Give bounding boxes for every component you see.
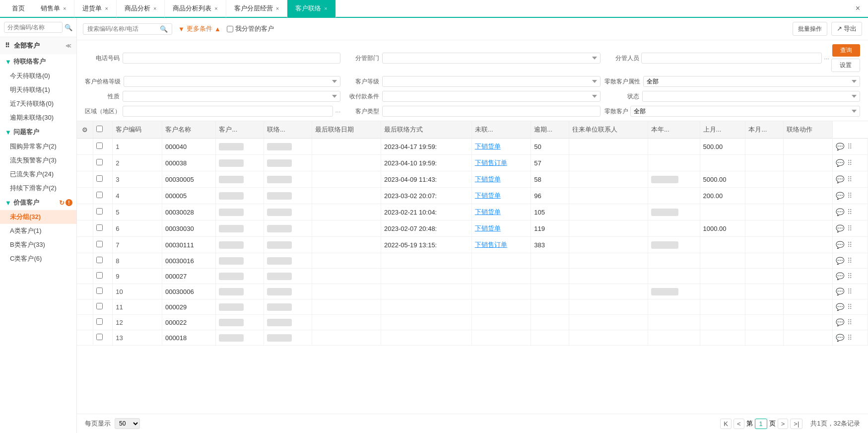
tab-sales-order-close[interactable]: × xyxy=(63,5,66,11)
sidebar-group-value[interactable]: ▼ 价值客户 ↻ ! xyxy=(0,195,76,210)
filter-my-customers-checkbox[interactable] xyxy=(227,26,233,32)
tab-customer-contact[interactable]: 客户联络 × xyxy=(287,0,335,17)
filter-my-customers[interactable]: 我分管的客户 xyxy=(227,24,274,33)
tab-customer-segment[interactable]: 客户分层经营 × xyxy=(226,0,287,17)
row-checkbox[interactable] xyxy=(96,272,103,279)
action-more-icon[interactable]: ⠿ xyxy=(847,241,852,249)
filter-dept-select[interactable] xyxy=(382,53,600,64)
row-checkbox[interactable] xyxy=(96,241,103,247)
tab-customer-segment-close[interactable]: × xyxy=(276,5,279,11)
row-checkbox[interactable] xyxy=(96,143,103,149)
row-checkbox[interactable] xyxy=(96,159,103,165)
batch-operations-button[interactable]: 批量操作 xyxy=(793,22,827,36)
tab-purchase-order-close[interactable]: × xyxy=(105,5,108,11)
sidebar-all-customers[interactable]: ⠿ 全部客户 ≪ xyxy=(0,37,76,54)
action-contact-icon[interactable]: 💬 xyxy=(836,208,844,216)
filter-manager-dots[interactable]: ··· xyxy=(824,55,829,62)
tab-bar-close[interactable]: × xyxy=(856,4,864,13)
filter-customer-level-select[interactable] xyxy=(382,76,600,87)
filter-manager-input[interactable] xyxy=(641,53,822,64)
action-more-icon[interactable]: ⠿ xyxy=(847,288,852,295)
filter-nature-select[interactable] xyxy=(123,91,340,102)
select-all-checkbox[interactable] xyxy=(96,126,103,132)
last-method-link[interactable]: 下销货单 xyxy=(475,175,501,183)
sidebar-item-churned[interactable]: 已流失客户(24) xyxy=(0,167,76,181)
row-checkbox[interactable] xyxy=(96,288,103,294)
pagination-next-btn[interactable]: > xyxy=(778,419,789,429)
sidebar-search-icon[interactable]: 🔍 xyxy=(65,24,72,31)
action-more-icon[interactable]: ⠿ xyxy=(847,159,852,167)
action-contact-icon[interactable]: 💬 xyxy=(836,303,844,311)
row-checkbox[interactable] xyxy=(96,318,103,325)
row-checkbox[interactable] xyxy=(96,192,103,198)
pagination-per-page-select[interactable]: 50 100 200 xyxy=(115,418,140,429)
sidebar-refresh-icon[interactable]: ↻ xyxy=(59,199,65,207)
filter-region-dots[interactable]: ··· xyxy=(335,108,340,115)
row-checkbox[interactable] xyxy=(96,334,103,340)
action-contact-icon[interactable]: 💬 xyxy=(836,192,844,200)
row-checkbox[interactable] xyxy=(96,175,103,182)
last-method-link[interactable]: 下销售订单 xyxy=(475,159,507,166)
action-contact-icon[interactable]: 💬 xyxy=(836,175,844,183)
action-contact-icon[interactable]: 💬 xyxy=(836,159,844,167)
row-checkbox[interactable] xyxy=(96,208,103,215)
pagination-last-btn[interactable]: >| xyxy=(790,419,802,429)
filter-more-conditions[interactable]: ▼ 更多条件 ▲ xyxy=(178,24,221,33)
filter-search-input[interactable] xyxy=(87,25,157,32)
action-more-icon[interactable]: ⠿ xyxy=(847,224,852,232)
last-method-link[interactable]: 下销货单 xyxy=(475,143,501,150)
sidebar-item-overdue[interactable]: 逾期未联络(30) xyxy=(0,111,76,125)
last-method-link[interactable]: 下销售订单 xyxy=(475,241,507,248)
sidebar-item-a-class[interactable]: A类客户(1) xyxy=(0,224,76,238)
action-more-icon[interactable]: ⠿ xyxy=(847,175,852,183)
sidebar-item-ungrouped[interactable]: 未分组(32) xyxy=(0,210,76,224)
tab-purchase-order[interactable]: 进货单 × xyxy=(74,0,116,17)
tab-sales-order[interactable]: 销售单 × xyxy=(33,0,74,17)
th-settings[interactable]: ⚙ xyxy=(77,121,93,139)
action-contact-icon[interactable]: 💬 xyxy=(836,288,844,295)
tab-product-analysis-list[interactable]: 商品分析列表 × xyxy=(165,0,226,17)
sidebar-item-c-class[interactable]: C类客户(6) xyxy=(0,252,76,266)
tab-product-analysis[interactable]: 商品分析 × xyxy=(117,0,165,17)
action-contact-icon[interactable]: 💬 xyxy=(836,257,844,265)
filter-price-level-select[interactable] xyxy=(124,76,340,87)
last-method-link[interactable]: 下销货单 xyxy=(475,224,501,232)
action-contact-icon[interactable]: 💬 xyxy=(836,224,844,232)
export-button[interactable]: ↗ 导出 xyxy=(831,22,862,36)
sidebar-item-today[interactable]: 今天待联络(0) xyxy=(0,69,76,83)
action-contact-icon[interactable]: 💬 xyxy=(836,143,844,150)
action-more-icon[interactable]: ⠿ xyxy=(847,303,852,311)
row-checkbox[interactable] xyxy=(96,257,103,263)
filter-phone-input[interactable] xyxy=(123,53,340,64)
sidebar-group-pending[interactable]: ▼ 待联络客户 xyxy=(0,54,76,69)
last-method-link[interactable]: 下销货单 xyxy=(475,208,501,216)
filter-payment-select[interactable] xyxy=(382,91,600,102)
row-checkbox[interactable] xyxy=(96,303,103,309)
action-more-icon[interactable]: ⠿ xyxy=(847,272,852,280)
filter-region-input[interactable] xyxy=(123,106,333,117)
sidebar-item-abnormal[interactable]: 囤购异常客户(2) xyxy=(0,140,76,153)
action-more-icon[interactable]: ⠿ xyxy=(847,318,852,326)
sidebar-item-b-class[interactable]: B类客户(33) xyxy=(0,238,76,252)
row-checkbox[interactable] xyxy=(96,224,103,231)
tab-product-analysis-list-close[interactable]: × xyxy=(214,5,217,11)
filter-customer-type-input[interactable] xyxy=(382,106,600,117)
action-more-icon[interactable]: ⠿ xyxy=(847,334,852,342)
sidebar-group-problem[interactable]: ▼ 问题客户 xyxy=(0,125,76,140)
tab-product-analysis-close[interactable]: × xyxy=(153,5,156,11)
tab-home[interactable]: 首页 xyxy=(4,0,33,17)
reset-button[interactable]: 设置 xyxy=(831,59,860,72)
action-more-icon[interactable]: ⠿ xyxy=(847,192,852,200)
action-more-icon[interactable]: ⠿ xyxy=(847,143,852,150)
sidebar-item-tomorrow[interactable]: 明天待联络(1) xyxy=(0,83,76,97)
filter-search-icon[interactable]: 🔍 xyxy=(160,25,168,33)
pagination-prev-btn[interactable]: < xyxy=(734,419,744,429)
tab-customer-contact-close[interactable]: × xyxy=(324,5,327,11)
pagination-first-btn[interactable]: K xyxy=(720,419,732,429)
action-contact-icon[interactable]: 💬 xyxy=(836,334,844,342)
action-more-icon[interactable]: ⠿ xyxy=(847,208,852,216)
last-method-link[interactable]: 下销货单 xyxy=(475,192,501,199)
action-contact-icon[interactable]: 💬 xyxy=(836,318,844,326)
sidebar-search-input[interactable] xyxy=(4,22,63,33)
sidebar-item-7days[interactable]: 近7天待联络(0) xyxy=(0,97,76,111)
